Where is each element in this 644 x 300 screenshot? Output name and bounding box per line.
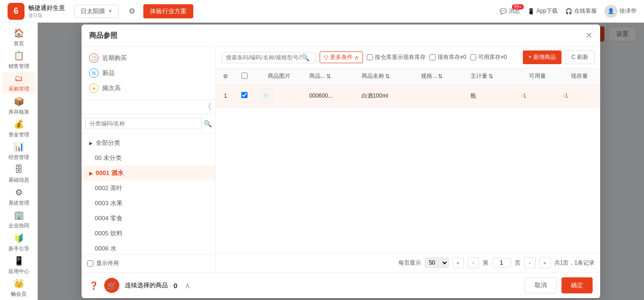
modal-footer-left: 显示停用	[82, 254, 215, 272]
page-suffix: 页	[515, 259, 520, 267]
sidebar: 🏠 首页 📋 销售管理 🗂 采购管理 📦 库存核算 💰 资金管理 📊 经营管理 …	[0, 23, 38, 300]
category-item-all[interactable]: ▶ 全部分类	[82, 135, 215, 150]
sidebar-item-system[interactable]: ⚙ 系统管理	[2, 186, 36, 208]
first-page-button[interactable]: «	[453, 257, 464, 268]
last-page-button[interactable]: »	[539, 257, 551, 268]
message-item[interactable]: 💬 消息 99+	[500, 7, 520, 15]
service-label: 在线客服	[574, 7, 597, 15]
row-name: 白酒100ml	[357, 84, 417, 108]
col-checkbox-header[interactable]	[235, 68, 254, 84]
pagination-bar: 每页显示 50 10 20 100 « ‹ 第 页	[216, 253, 600, 272]
operations-icon: 📊	[14, 142, 24, 152]
sidebar-item-sales[interactable]: 📋 销售管理	[2, 49, 36, 71]
sidebar-item-label: 首页	[14, 40, 24, 47]
category-item-0004[interactable]: 0004 零食	[82, 211, 215, 226]
col-spec-header[interactable]: 规格... ⇅	[416, 68, 466, 84]
sidebar-item-purchase[interactable]: 🗂 采购管理	[2, 72, 36, 94]
available-ne0-checkbox-label[interactable]: 现有库存≠0	[429, 53, 466, 61]
usable-ne0-checkbox-label[interactable]: 可用库存≠0	[470, 53, 507, 61]
app-download-item[interactable]: 📱 App下载	[528, 7, 558, 15]
page-label: 第	[483, 259, 488, 267]
confirm-button[interactable]: 确定	[561, 277, 593, 293]
col-settings[interactable]: ⚙	[216, 68, 235, 84]
col-spec-sort[interactable]: 规格... ⇅	[421, 72, 461, 80]
sidebar-item-operations[interactable]: 📊 经营管理	[2, 141, 36, 162]
by-warehouse-checkbox-label[interactable]: 按仓库显示现有库存	[367, 53, 426, 61]
dropdown-label: 日太阳膜	[81, 7, 105, 16]
collapse-left-icon[interactable]: 《	[204, 102, 212, 112]
category-label: 0002 茶叶	[95, 184, 123, 192]
col-name-sort[interactable]: 商品名称 ⇅	[362, 72, 412, 80]
usable-ne0-checkbox[interactable]	[470, 54, 476, 60]
category-search-icon[interactable]: 🔍	[204, 120, 212, 127]
quick-filters: 🕐 近期购买 N 新品 ★ 频次高	[82, 47, 215, 100]
new-product-button[interactable]: + 新增商品	[523, 50, 561, 64]
table-row[interactable]: 1 图 000600... 白酒100ml	[216, 84, 600, 108]
category-item-0003[interactable]: 0003 水果	[82, 196, 215, 211]
sidebar-item-finance[interactable]: 💰 资金管理	[2, 117, 36, 139]
nav-dropdown[interactable]: 日太阳膜 ▼	[74, 5, 119, 18]
search-input[interactable]	[226, 54, 301, 61]
collapse-bottom-icon[interactable]: ∧	[185, 281, 190, 290]
sidebar-item-inventory[interactable]: 📦 库存核算	[2, 95, 36, 117]
prev-page-button[interactable]: ‹	[468, 257, 479, 268]
chevron-down-icon: ▼	[108, 8, 113, 14]
sort-icon: ⇅	[488, 73, 493, 80]
row-code: 000600...	[305, 84, 357, 108]
sidebar-item-apps[interactable]: 📱 应用中心	[2, 254, 36, 276]
sidebar-item-member[interactable]: 👑 畅会员	[2, 277, 36, 299]
user-item[interactable]: 👤 徐泽华	[604, 5, 636, 18]
available-ne0-checkbox[interactable]	[429, 54, 436, 60]
close-icon[interactable]: ✕	[586, 30, 593, 41]
help-icon[interactable]: ❓	[89, 281, 99, 290]
sidebar-item-basic[interactable]: 🗄 基础信息	[2, 163, 36, 185]
cart-label: 连续选择的商品	[125, 281, 168, 290]
category-item-0001[interactable]: ▶ 0001 酒水	[82, 166, 215, 181]
select-all-checkbox[interactable]	[241, 73, 248, 79]
quick-filter-recent[interactable]: 🕐 近期购买	[85, 50, 212, 66]
gear-icon[interactable]: ⚙	[124, 4, 140, 19]
show-disabled-checkbox[interactable]	[87, 260, 93, 267]
next-page-button[interactable]: ›	[524, 257, 536, 268]
page-input[interactable]	[492, 258, 511, 267]
collapse-bar: 《	[82, 100, 215, 114]
sidebar-item-home[interactable]: 🏠 首页	[2, 26, 36, 48]
basic-icon: 🗄	[15, 165, 23, 175]
sidebar-item-label: 销售管理	[8, 63, 29, 70]
sidebar-item-guide[interactable]: 🔰 新手引导	[2, 232, 36, 253]
category-item-0008[interactable]: 0008 水	[82, 241, 215, 254]
quick-filter-new[interactable]: N 新品	[85, 66, 212, 81]
category-item-0005[interactable]: 0005 饮料	[82, 226, 215, 241]
row-checkbox-cell[interactable]	[235, 84, 254, 108]
col-unit-header[interactable]: 主计量 ⇅	[466, 68, 517, 84]
trial-button[interactable]: 体验行业方案	[143, 4, 193, 18]
col-image-header: 商品图片	[254, 68, 305, 84]
search-icon[interactable]: 🔍	[301, 54, 309, 61]
category-item-0002[interactable]: 0002 茶叶	[82, 181, 215, 196]
sidebar-item-enterprise[interactable]: 🏢 企业协同	[2, 209, 36, 231]
logo-text-main: 畅捷通好生意	[28, 4, 65, 12]
filter-icon: ▽	[324, 54, 328, 61]
table-header-row: ⚙ 商品图片 商品... ⇅	[216, 68, 600, 84]
sidebar-item-label: 资金管理	[8, 131, 29, 138]
expand-icon: ▶	[89, 141, 93, 146]
refresh-button[interactable]: C 刷新	[565, 50, 594, 64]
col-code-sort[interactable]: 商品... ⇅	[309, 72, 352, 80]
filter-button[interactable]: ▽ 更多条件 ∧	[320, 51, 363, 63]
app-icon: 📱	[528, 8, 535, 15]
available-ne0-label: 现有库存≠0	[438, 53, 466, 61]
col-name-header[interactable]: 商品名称 ⇅	[357, 68, 417, 84]
category-item-00[interactable]: 00 未分类	[82, 150, 215, 166]
col-code-header[interactable]: 商品... ⇅	[305, 68, 357, 84]
per-page-select[interactable]: 50 10 20 100	[425, 258, 449, 268]
online-service-item[interactable]: 🎧 在线客服	[565, 7, 597, 15]
sidebar-item-label: 新手引导	[8, 245, 29, 252]
category-search-input[interactable]	[85, 118, 202, 129]
cancel-button[interactable]: 取消	[525, 277, 557, 293]
total-info: 共1页，1条记录	[554, 259, 594, 267]
col-unit-sort[interactable]: 主计量 ⇅	[471, 72, 512, 80]
row-checkbox[interactable]	[241, 92, 248, 98]
quick-filter-frequent[interactable]: ★ 频次高	[85, 81, 212, 96]
cart-icon[interactable]: 🛒	[104, 278, 119, 293]
by-warehouse-checkbox[interactable]	[367, 54, 373, 60]
